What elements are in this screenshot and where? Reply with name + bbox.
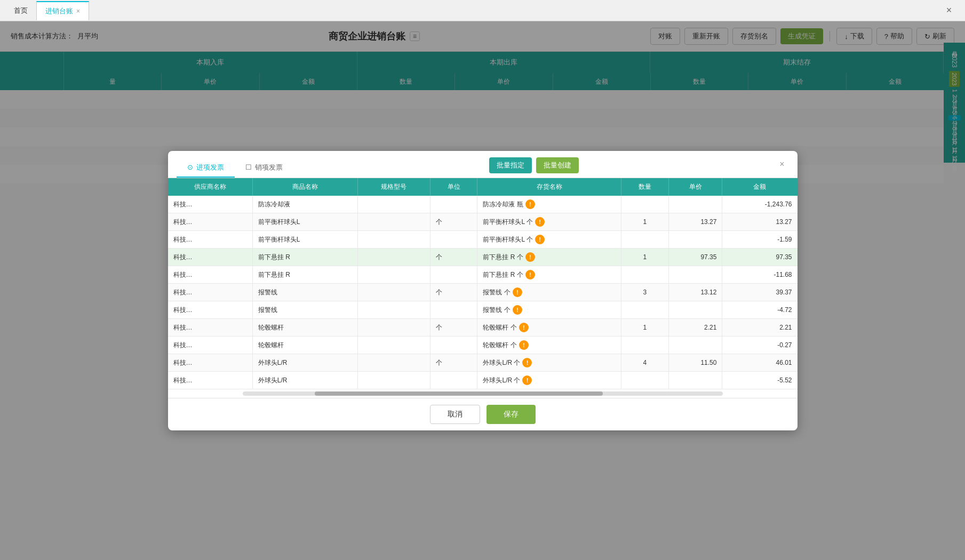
window-close-button[interactable]: ×: [938, 0, 960, 21]
table-cell: 个: [430, 213, 477, 231]
table-cell: 1: [621, 213, 668, 231]
table-cell: [357, 372, 430, 389]
table-cell: [621, 266, 668, 284]
table-cell: 个: [430, 249, 477, 266]
btn-batch-create[interactable]: 批量创建: [536, 157, 579, 173]
table-cell: [357, 284, 430, 301]
tab-income-invoice[interactable]: ⊙ 进项发票: [177, 158, 235, 178]
table-cell: 1: [621, 249, 668, 266]
table-cell: [668, 337, 722, 354]
table-cell: 防冻冷却液 瓶!: [477, 196, 621, 213]
table-row: 科技…前平衡杆球头L个前平衡杆球头L 个!113.2713.27: [168, 213, 797, 231]
warning-icon: !: [525, 270, 535, 279]
table-cell: [357, 266, 430, 284]
table-cell: [430, 266, 477, 284]
warning-icon: !: [513, 287, 522, 297]
table-cell: 科技…: [168, 196, 253, 213]
scrollbar-area[interactable]: [168, 389, 797, 398]
table-cell: 2.21: [722, 319, 797, 337]
table-cell: 13.27: [722, 213, 797, 231]
table-cell: 科技…: [168, 266, 253, 284]
table-row: 科技…外球头L/R个外球头L/R 个!411.5046.01: [168, 354, 797, 372]
table-cell: 39.37: [722, 284, 797, 301]
table-cell: 科技…: [168, 284, 253, 301]
table-cell: 前平衡杆球头L: [252, 213, 357, 231]
tab-sales-invoice[interactable]: ☐ 销项发票: [235, 158, 293, 178]
col-inventory: 存货名称: [477, 178, 621, 196]
table-cell: [621, 301, 668, 319]
tab-ledger[interactable]: 进销台账 ×: [36, 1, 89, 20]
table-cell: 科技…: [168, 354, 253, 372]
table-cell: 科技…: [168, 301, 253, 319]
table-cell: [357, 196, 430, 213]
table-cell: [357, 231, 430, 249]
table-cell: 科技…: [168, 372, 253, 389]
table-cell: [430, 196, 477, 213]
modal-overlay: ⊙ 进项发票 ☐ 销项发票 批量指定 批量创建 × 供应: [0, 21, 965, 560]
table-row: 科技…报警线报警线 个!-4.72: [168, 301, 797, 319]
table-row: 科技…轮毂螺杆个轮毂螺杆 个!12.212.21: [168, 319, 797, 337]
table-cell: [668, 301, 722, 319]
table-cell: [430, 372, 477, 389]
table-cell: 前平衡杆球头L 个!: [477, 231, 621, 249]
table-row: 科技…前下悬挂 R前下悬挂 R 个!-11.68: [168, 266, 797, 284]
btn-save[interactable]: 保存: [487, 405, 536, 424]
table-cell: 4: [621, 354, 668, 372]
table-cell: 外球头L/R: [252, 372, 357, 389]
table-cell: 报警线: [252, 301, 357, 319]
table-row: 科技…前平衡杆球头L前平衡杆球头L 个!-1.59: [168, 231, 797, 249]
dialog-close-button[interactable]: ×: [775, 157, 788, 171]
table-cell: [668, 372, 722, 389]
col-amount: 金额: [722, 178, 797, 196]
table-cell: [621, 231, 668, 249]
table-cell: 1: [621, 319, 668, 337]
tab-bar: 首页 进销台账 × ×: [0, 0, 965, 21]
main-page: 销售成本计算方法： 月平均 商贸企业进销台账 ≡ 对账 重新开账 存货别名 生成…: [0, 21, 965, 560]
table-cell: [621, 196, 668, 213]
table-body: 科技…防冻冷却液防冻冷却液 瓶!-1,243.76科技…前平衡杆球头L个前平衡杆…: [168, 196, 797, 389]
table-cell: -4.72: [722, 301, 797, 319]
warning-icon: !: [525, 252, 535, 262]
table-cell: 97.35: [668, 249, 722, 266]
table-cell: [430, 301, 477, 319]
table-row: 科技…轮毂螺杆轮毂螺杆 个!-0.27: [168, 337, 797, 354]
dialog-header: ⊙ 进项发票 ☐ 销项发票 批量指定 批量创建 ×: [168, 151, 797, 178]
table-cell: 13.27: [668, 213, 722, 231]
sales-icon: ☐: [245, 163, 252, 171]
table-row: 科技…报警线个报警线 个!313.1239.37: [168, 284, 797, 301]
col-supplier: 供应商名称: [168, 178, 253, 196]
tab-ledger-close[interactable]: ×: [76, 7, 80, 15]
btn-cancel[interactable]: 取消: [430, 405, 480, 424]
table-cell: 前下悬挂 R: [252, 249, 357, 266]
col-spec: 规格型号: [357, 178, 430, 196]
col-unit: 单位: [430, 178, 477, 196]
table-cell: 科技…: [168, 249, 253, 266]
table-cell: -5.52: [722, 372, 797, 389]
table-cell: 3: [621, 284, 668, 301]
warning-icon: !: [519, 323, 529, 332]
table-cell: 外球头L/R: [252, 354, 357, 372]
table-cell: 前下悬挂 R: [252, 266, 357, 284]
invoice-table: 供应商名称 商品名称 规格型号 单位 存货名称 数量 单价 金额 科技…防冻冷却…: [168, 178, 797, 389]
btn-batch-assign[interactable]: 批量指定: [489, 157, 532, 173]
tab-home[interactable]: 首页: [5, 2, 36, 20]
table-row: 科技…外球头L/R外球头L/R 个!-5.52: [168, 372, 797, 389]
table-cell: [430, 337, 477, 354]
table-row: 科技…防冻冷却液防冻冷却液 瓶!-1,243.76: [168, 196, 797, 213]
table-cell: 前下悬挂 R 个!: [477, 249, 621, 266]
table-cell: 个: [430, 354, 477, 372]
table-cell: -11.68: [722, 266, 797, 284]
table-cell: [668, 266, 722, 284]
table-cell: 个: [430, 319, 477, 337]
table-cell: 11.50: [668, 354, 722, 372]
table-cell: 外球头L/R 个!: [477, 372, 621, 389]
warning-icon: !: [525, 199, 535, 209]
table-cell: 前平衡杆球头L 个!: [477, 213, 621, 231]
table-cell: [621, 372, 668, 389]
table-cell: 轮毂螺杆 个!: [477, 319, 621, 337]
table-cell: [430, 231, 477, 249]
table-cell: 轮毂螺杆 个!: [477, 337, 621, 354]
dialog-table: 供应商名称 商品名称 规格型号 单位 存货名称 数量 单价 金额 科技…防冻冷却…: [168, 178, 797, 389]
table-cell: [668, 196, 722, 213]
table-cell: 2.21: [668, 319, 722, 337]
